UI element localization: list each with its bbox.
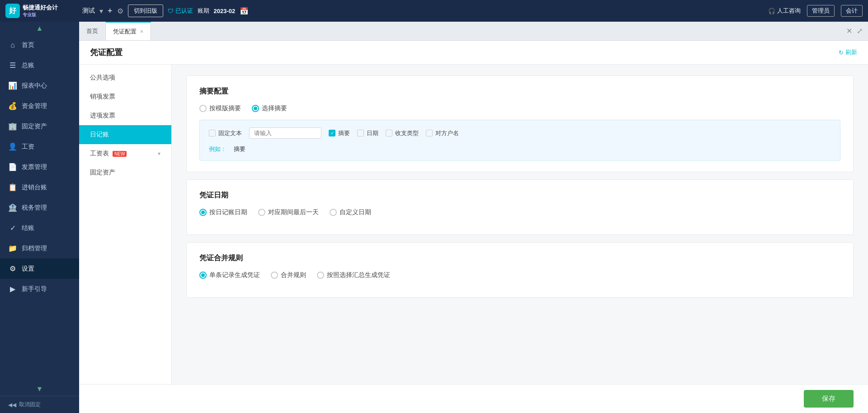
radio-template-summary[interactable]: 按模版摘要: [199, 104, 241, 113]
sidebar-item-close[interactable]: ✓ 结账: [0, 218, 79, 238]
radio-diary-date[interactable]: 按日记账日期: [199, 208, 247, 216]
logo-sub-text: 专业版: [23, 12, 58, 18]
dropdown-icon[interactable]: ▾: [99, 7, 103, 15]
logo-area: 好 畅捷通好会计 专业版: [5, 4, 78, 18]
logo-icon: 好: [5, 4, 20, 18]
left-nav-purchase[interactable]: 进项发票: [79, 106, 171, 125]
merge-rule-section: 凭证合并规则 单条记录生成凭证 合并规则: [186, 242, 854, 298]
voucher-date-radio-group: 按日记账日期 对应期间最后一天 自定义日期: [199, 208, 840, 216]
merge-rule-radio-group: 单条记录生成凭证 合并规则 按照选择汇总生成凭证: [199, 271, 840, 279]
sidebar-item-archive[interactable]: 📁 归档管理: [0, 238, 79, 258]
content-area: 首页 凭证配置 × ✕ ⤢ 凭证配置 ↻ 刷新: [79, 22, 868, 413]
sidebar-item-tax[interactable]: 🏦 税务管理: [0, 197, 79, 218]
sidebar-label-guide: 新手引导: [22, 285, 47, 293]
left-nav-public[interactable]: 公共选项: [79, 68, 171, 87]
checkbox-summary[interactable]: 摘要: [329, 129, 350, 137]
sidebar-label-ledger: 总账: [22, 61, 34, 70]
left-nav-sales[interactable]: 销项发票: [79, 87, 171, 106]
headset-icon: 🎧: [768, 8, 775, 14]
radio-period-circle: [258, 209, 265, 216]
sidebar-label-home: 首页: [22, 41, 34, 49]
topbar: 好 畅捷通好会计 专业版 测试 ▾ + ⚙ 切到旧版 🛡 已认证 账期 2023…: [0, 0, 868, 22]
checkbox-counterpart-box: [426, 130, 433, 136]
sidebar-label-close: 结账: [22, 224, 34, 232]
radio-period-last[interactable]: 对应期间最后一天: [258, 208, 319, 216]
checkbox-summary-box: [329, 130, 335, 136]
two-col-layout: 公共选项 销项发票 进项发票 日记账 工资表 NEW: [79, 65, 868, 384]
certified-badge: 🛡 已认证: [168, 7, 193, 15]
sidebar-item-guide[interactable]: ▶ 新手引导: [0, 279, 79, 299]
shield-icon: 🛡: [168, 8, 174, 14]
admin-button[interactable]: 管理员: [807, 5, 835, 17]
sidebar-label-assets: 固定资产: [22, 122, 47, 131]
new-badge: NEW: [113, 151, 127, 157]
save-bar: 保存: [79, 384, 868, 413]
sidebar-item-assets[interactable]: 🏢 固定资产: [0, 116, 79, 136]
summary-radio-group: 按模版摘要 选择摘要: [199, 104, 840, 113]
report-icon: 📊: [8, 81, 17, 90]
refresh-button[interactable]: ↻ 刷新: [839, 48, 857, 63]
checkbox-payment-box: [386, 130, 392, 136]
page-header: 凭证配置 ↻ 刷新: [79, 41, 868, 65]
period-label: 账期: [198, 7, 209, 15]
consult-button[interactable]: 🎧 人工咨询: [768, 7, 801, 15]
sidebar-item-trade[interactable]: 📋 进销台账: [0, 177, 79, 197]
tab-bar: 首页 凭证配置 × ✕ ⤢: [79, 22, 868, 41]
sidebar-label-capital: 资金管理: [22, 102, 47, 110]
radio-custom-date[interactable]: 自定义日期: [330, 208, 371, 216]
checkbox-fixed-text[interactable]: 固定文本: [209, 129, 242, 137]
left-nav-payroll[interactable]: 工资表 NEW ▾: [79, 144, 171, 163]
left-nav-fixed-assets[interactable]: 固定资产: [79, 163, 171, 182]
right-content: 摘要配置 按模版摘要 选择摘要: [172, 65, 868, 384]
sidebar-item-home[interactable]: ⌂ 首页: [0, 35, 79, 55]
left-nav: 公共选项 销项发票 进项发票 日记账 工资表 NEW: [79, 65, 172, 384]
tab-expand-icon[interactable]: ⤢: [857, 27, 863, 35]
tab-home[interactable]: 首页: [79, 22, 106, 40]
archive-icon: 📁: [8, 244, 17, 253]
radio-select-circle: [252, 105, 259, 112]
tab-close-window-icon[interactable]: ✕: [846, 27, 852, 35]
sidebar-item-settings[interactable]: ⚙ 设置: [0, 258, 79, 279]
sidebar-item-invoice[interactable]: 📄 发票管理: [0, 157, 79, 177]
sidebar-label-invoice: 发票管理: [22, 163, 47, 171]
sidebar-item-capital[interactable]: 💰 资金管理: [0, 96, 79, 116]
sidebar-item-report[interactable]: 📊 报表中心: [0, 75, 79, 96]
accountant-button[interactable]: 会计: [841, 5, 863, 17]
switch-old-button[interactable]: 切到旧版: [128, 5, 163, 17]
sidebar-item-salary[interactable]: 👤 工资: [0, 136, 79, 157]
checkbox-counterpart[interactable]: 对方户名: [426, 129, 459, 137]
period-value: 2023-02: [214, 8, 236, 14]
project-name: 测试: [82, 7, 95, 15]
sidebar: ▲ ⌂ 首页 ☰ 总账 📊 报表中心 💰 资金管理 🏢 固定资产: [0, 22, 79, 413]
tax-icon: 🏦: [8, 203, 17, 212]
scroll-up-arrow[interactable]: ▲: [0, 22, 79, 35]
radio-custom-circle: [330, 209, 337, 216]
tab-bar-right: ✕ ⤢: [841, 22, 868, 40]
gear-icon[interactable]: ⚙: [117, 7, 123, 15]
checkbox-payment-type[interactable]: 收支类型: [386, 129, 419, 137]
certified-label: 已认证: [175, 7, 193, 15]
invoice-icon: 📄: [8, 163, 17, 171]
checkbox-date[interactable]: 日期: [357, 129, 378, 137]
radio-merge-circle: [271, 272, 278, 279]
home-icon: ⌂: [8, 41, 17, 49]
calendar-icon[interactable]: 📅: [240, 7, 249, 15]
tab-close-icon[interactable]: ×: [140, 28, 143, 35]
tab-voucher-config[interactable]: 凭证配置 ×: [106, 22, 151, 40]
sidebar-item-ledger[interactable]: ☰ 总账: [0, 55, 79, 75]
cancel-fixed-button[interactable]: ◀◀ 取消固定: [0, 396, 79, 413]
radio-select-dot: [254, 107, 257, 110]
radio-merge-rule[interactable]: 合并规则: [271, 271, 306, 279]
radio-select-summary[interactable]: 选择摘要: [252, 104, 287, 113]
left-nav-diary[interactable]: 日记账: [79, 125, 171, 144]
scroll-down-arrow[interactable]: ▼: [0, 382, 79, 396]
fixed-text-input[interactable]: [249, 127, 321, 139]
tab-voucher-label: 凭证配置: [113, 28, 137, 36]
settings-icon: ⚙: [8, 264, 17, 273]
save-button[interactable]: 保存: [804, 390, 854, 408]
radio-selected-summary[interactable]: 按照选择汇总生成凭证: [317, 271, 390, 279]
summary-config-title: 摘要配置: [199, 87, 840, 96]
radio-single-record[interactable]: 单条记录生成凭证: [199, 271, 260, 279]
example-value: 摘要: [234, 145, 245, 153]
add-icon[interactable]: +: [108, 6, 113, 16]
